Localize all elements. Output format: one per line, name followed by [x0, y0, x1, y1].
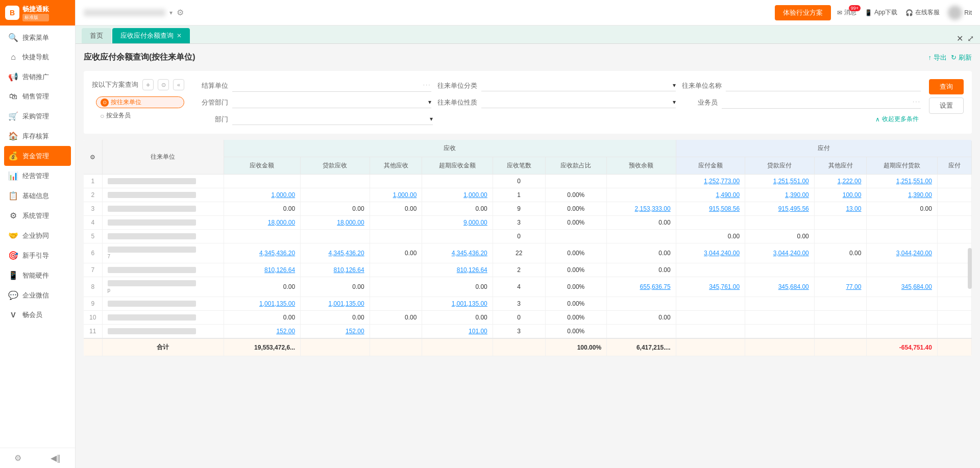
table-cell[interactable]: 655,636.75: [607, 277, 676, 297]
table-cell[interactable]: 810,126.64: [422, 263, 493, 277]
table-cell[interactable]: 18,000.00: [224, 216, 300, 230]
export-button[interactable]: ↑ 导出: [928, 53, 947, 62]
table-cell[interactable]: 345,684.00: [867, 277, 937, 297]
table-cell[interactable]: 810,126.64: [224, 263, 300, 277]
table-cell[interactable]: 915,495.56: [745, 202, 815, 216]
table-cell: [937, 263, 971, 277]
table-cell[interactable]: 3,044,240.00: [867, 243, 937, 263]
partner-cell: [102, 325, 224, 339]
sidebar-item-search[interactable]: 🔍 搜索菜单: [0, 28, 75, 47]
table-cell: 1: [493, 188, 545, 202]
table-cell[interactable]: 1,390.00: [745, 188, 815, 202]
sidebar-item-inventory[interactable]: 🏠 库存核算: [0, 126, 75, 146]
jiesuan-input[interactable]: [232, 79, 423, 90]
table-container: ⚙ 往来单位 应收 应付 应收金额 贷款应收 其他应收 超期应收金额 应收笔数 …: [84, 140, 972, 356]
tab-expand-icon[interactable]: ⤢: [967, 34, 974, 43]
header-gear-icon[interactable]: ⚙: [177, 8, 184, 17]
dept-select[interactable]: ▾: [232, 113, 433, 125]
recv-loan-header: 贷款应收: [301, 157, 370, 175]
sidebar-item-purchase[interactable]: 🛒 采购管理: [0, 106, 75, 126]
table-cell[interactable]: 4,345,436.20: [224, 243, 300, 263]
fenguan-select[interactable]: ▾: [232, 96, 431, 108]
table-cell[interactable]: 4,345,436.20: [422, 243, 493, 263]
collapse-footer-btn[interactable]: ◀‖: [51, 453, 61, 463]
user-name: Rit: [964, 9, 972, 16]
setting-button[interactable]: 设置: [929, 97, 964, 114]
table-cell[interactable]: 152.00: [301, 325, 370, 339]
table-cell[interactable]: 13.00: [814, 202, 867, 216]
table-cell: [745, 263, 815, 277]
table-body: 101,252,773.001,251,551.001,222.001,251,…: [84, 175, 972, 339]
online-service-btn[interactable]: 🎧 在线客服: [905, 8, 940, 17]
table-cell[interactable]: 1,490.00: [676, 188, 745, 202]
scrollbar[interactable]: [968, 248, 972, 289]
tab-close-window-icon[interactable]: ✕: [957, 34, 963, 43]
sidebar-item-collab[interactable]: 🤝 企业协同: [0, 226, 75, 245]
table-cell[interactable]: 18,000.00: [301, 216, 370, 230]
tab-home[interactable]: 首页: [82, 28, 111, 43]
table-cell[interactable]: 1,000.00: [370, 188, 422, 202]
sidebar-item-hardware[interactable]: 📱 智能硬件: [0, 265, 75, 285]
sidebar-item-guide[interactable]: 🎯 新手引导: [0, 245, 75, 265]
table-cell[interactable]: 77.00: [814, 277, 867, 297]
filter-scheme-button[interactable]: ⊙: [158, 79, 169, 90]
filter-option-salesman[interactable]: ○ 按业务员: [96, 110, 184, 121]
tab-query[interactable]: 应收应付余额查询 ✕: [112, 28, 190, 43]
sidebar-item-wechat[interactable]: 💬 企业微信: [0, 285, 75, 305]
table-cell[interactable]: 101.00: [422, 325, 493, 339]
settings-footer-btn[interactable]: ⚙: [14, 453, 21, 463]
filter-add-button[interactable]: +: [142, 79, 154, 90]
wanglai-nature-select[interactable]: ▾: [481, 96, 676, 108]
table-cell[interactable]: 3,044,240.00: [745, 243, 815, 263]
table-cell: 0.00%: [545, 216, 607, 230]
sidebar-item-system[interactable]: ⚙ 系统管理: [0, 206, 75, 226]
table-cell: 0.00: [370, 243, 422, 263]
breadcrumb-chevron-icon[interactable]: ▾: [169, 9, 173, 16]
sidebar-item-sales[interactable]: 🛍 销售管理: [0, 87, 75, 106]
sidebar-item-marketing[interactable]: 📢 营销推广: [0, 67, 75, 87]
table-cell[interactable]: 100.00: [814, 188, 867, 202]
promo-button[interactable]: 体验行业方案: [775, 5, 831, 20]
table-cell[interactable]: 4,345,436.20: [301, 243, 370, 263]
collapse-button[interactable]: ∧ 收起更多条件: [873, 113, 921, 126]
table-cell[interactable]: 1,001,135.00: [224, 297, 300, 311]
sidebar-item-finance[interactable]: 💰 资金管理: [4, 146, 71, 166]
sidebar-item-basic[interactable]: 📋 基础信息: [0, 186, 75, 206]
sidebar-item-quicknav[interactable]: ⌂ 快捷导航: [0, 47, 75, 67]
table-cell[interactable]: 810,126.64: [301, 263, 370, 277]
wanglai-name-input[interactable]: [726, 80, 921, 91]
table-cell[interactable]: 1,000.00: [224, 188, 300, 202]
table-cell[interactable]: 1,251,551.00: [867, 175, 937, 188]
table-cell[interactable]: 1,000.00: [422, 188, 493, 202]
table-cell[interactable]: 3,044,240.00: [676, 243, 745, 263]
table-cell: [301, 175, 370, 188]
jiesuan-dots-icon[interactable]: ···: [423, 81, 431, 88]
tab-close-icon[interactable]: ✕: [177, 32, 182, 39]
salesman-dots-icon[interactable]: ···: [913, 98, 921, 105]
refresh-button[interactable]: ↻ 刷新: [951, 53, 972, 62]
table-cell[interactable]: 1,252,773.00: [676, 175, 745, 188]
table-cell[interactable]: 1,390.00: [867, 188, 937, 202]
gear-header[interactable]: ⚙: [84, 140, 102, 175]
table-cell[interactable]: 1,001,135.00: [422, 297, 493, 311]
table-cell[interactable]: 345,761.00: [676, 277, 745, 297]
filter-collapse-btn[interactable]: «: [173, 79, 184, 90]
table-cell: [370, 297, 422, 311]
salesman-input[interactable]: [722, 96, 913, 107]
table-cell[interactable]: 1,251,551.00: [745, 175, 815, 188]
table-cell[interactable]: 1,001,135.00: [301, 297, 370, 311]
table-cell[interactable]: 9,000.00: [422, 216, 493, 230]
table-cell[interactable]: 152.00: [224, 325, 300, 339]
table-cell[interactable]: 345,684.00: [745, 277, 815, 297]
table-cell[interactable]: 2,153,333.00: [607, 202, 676, 216]
filter-option-partner[interactable]: ⊙ 按往来单位: [96, 96, 184, 108]
app-download-btn[interactable]: 📱 App下载: [865, 8, 897, 17]
wanglai-type-select[interactable]: ▾: [481, 80, 676, 91]
query-button[interactable]: 查询: [929, 79, 964, 94]
table-cell[interactable]: 1,222.00: [814, 175, 867, 188]
sidebar-item-vip[interactable]: V 畅会员: [0, 305, 75, 325]
sidebar-item-operation[interactable]: 📊 经营管理: [0, 166, 75, 186]
table-cell[interactable]: 915,508.56: [676, 202, 745, 216]
messages-btn[interactable]: ✉ 消息 99+: [837, 8, 856, 17]
user-area[interactable]: Rit: [948, 6, 972, 20]
